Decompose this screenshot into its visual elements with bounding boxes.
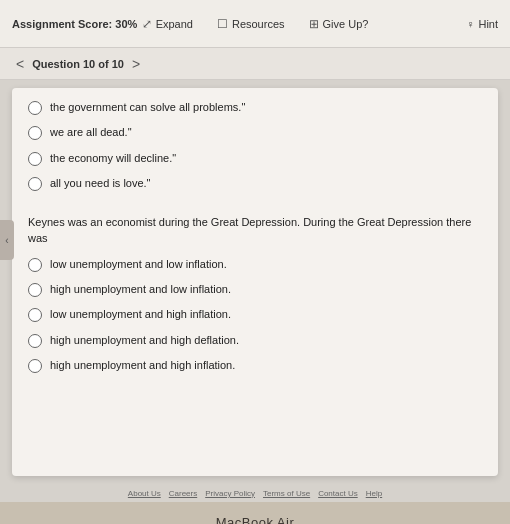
- expand-button[interactable]: ⤢ Expand: [138, 15, 197, 33]
- give-up-label: Give Up?: [323, 18, 369, 30]
- score-label: Assignment Score: 30%: [12, 18, 137, 30]
- option-text: the government can solve all problems.": [50, 100, 245, 115]
- list-item[interactable]: high unemployment and high deflation.: [28, 333, 482, 348]
- list-item[interactable]: all you need is love.": [28, 176, 482, 191]
- hint-button[interactable]: ♀ Hint: [466, 18, 498, 30]
- option-text: low unemployment and high inflation.: [50, 307, 231, 322]
- expand-icon: ⤢: [142, 17, 152, 31]
- main-content: the government can solve all problems." …: [0, 80, 510, 484]
- question-label: Question 10 of 10: [32, 58, 124, 70]
- footer-link[interactable]: Contact Us: [318, 489, 358, 498]
- side-tab-icon: ‹: [5, 235, 8, 246]
- footer-link[interactable]: Help: [366, 489, 382, 498]
- options-part2: low unemployment and low inflation. high…: [28, 257, 482, 374]
- question-text: Keynes was an economist during the Great…: [28, 214, 482, 247]
- radio-button[interactable]: [28, 359, 42, 373]
- footer-link[interactable]: Terms of Use: [263, 489, 310, 498]
- list-item[interactable]: high unemployment and low inflation.: [28, 282, 482, 297]
- top-bar-actions: ⤢ Expand ☐ Resources ⊞ Give Up?: [138, 15, 373, 33]
- hint-label: Hint: [478, 18, 498, 30]
- expand-label: Expand: [156, 18, 193, 30]
- option-text: high unemployment and low inflation.: [50, 282, 231, 297]
- resources-label: Resources: [232, 18, 285, 30]
- radio-button[interactable]: [28, 283, 42, 297]
- option-text: low unemployment and low inflation.: [50, 257, 227, 272]
- radio-button[interactable]: [28, 258, 42, 272]
- next-question-button[interactable]: >: [128, 56, 144, 72]
- list-item[interactable]: low unemployment and high inflation.: [28, 307, 482, 322]
- hint-icon: ♀: [466, 18, 474, 30]
- option-text: all you need is love.": [50, 176, 151, 191]
- list-item[interactable]: we are all dead.": [28, 125, 482, 140]
- macbook-label: MacBook Air: [216, 515, 294, 525]
- option-text: high unemployment and high deflation.: [50, 333, 239, 348]
- radio-button[interactable]: [28, 126, 42, 140]
- radio-button[interactable]: [28, 334, 42, 348]
- list-item[interactable]: high unemployment and high inflation.: [28, 358, 482, 373]
- option-text: the economy will decline.": [50, 151, 176, 166]
- option-text: high unemployment and high inflation.: [50, 358, 235, 373]
- option-text: we are all dead.": [50, 125, 132, 140]
- list-item[interactable]: the government can solve all problems.": [28, 100, 482, 115]
- footer-links: About UsCareersPrivacy PolicyTerms of Us…: [0, 484, 510, 502]
- footer-link[interactable]: About Us: [128, 489, 161, 498]
- options-part1: the government can solve all problems." …: [28, 100, 482, 192]
- radio-button[interactable]: [28, 308, 42, 322]
- macbook-bar: MacBook Air: [0, 502, 510, 524]
- question-card: the government can solve all problems." …: [12, 88, 498, 476]
- prev-question-button[interactable]: <: [12, 56, 28, 72]
- question-nav: < Question 10 of 10 >: [0, 48, 510, 80]
- list-item[interactable]: the economy will decline.": [28, 151, 482, 166]
- radio-button[interactable]: [28, 177, 42, 191]
- resources-icon: ☐: [217, 17, 228, 31]
- resources-button[interactable]: ☐ Resources: [213, 15, 289, 33]
- footer-link[interactable]: Careers: [169, 489, 197, 498]
- radio-button[interactable]: [28, 152, 42, 166]
- list-item[interactable]: low unemployment and low inflation.: [28, 257, 482, 272]
- side-tab[interactable]: ‹: [0, 220, 14, 260]
- footer-link[interactable]: Privacy Policy: [205, 489, 255, 498]
- give-up-icon: ⊞: [309, 17, 319, 31]
- give-up-button[interactable]: ⊞ Give Up?: [305, 15, 373, 33]
- radio-button[interactable]: [28, 101, 42, 115]
- top-bar: Assignment Score: 30% ⤢ Expand ☐ Resourc…: [0, 0, 510, 48]
